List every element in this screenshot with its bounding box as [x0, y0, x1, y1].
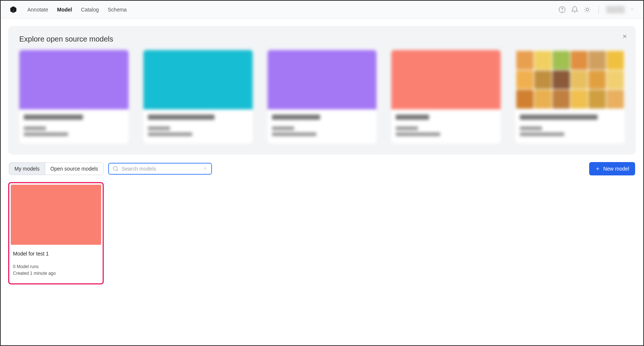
nav-links: Annotate Model Catalog Schema — [27, 5, 127, 14]
nav-catalog[interactable]: Catalog — [81, 5, 99, 14]
user-name-blurred[interactable] — [606, 6, 625, 13]
model-card[interactable]: Model for test 1 0 Model runs Created 1 … — [8, 182, 104, 284]
explore-title: Explore open source models — [19, 35, 625, 43]
explore-close-button[interactable] — [621, 33, 628, 40]
explore-card[interactable] — [391, 50, 501, 144]
toolbar: My models Open source models — [8, 162, 636, 175]
tab-my-models[interactable]: My models — [9, 163, 45, 175]
tab-group: My models Open source models — [9, 162, 104, 175]
theme-icon[interactable] — [584, 6, 591, 13]
nav-model[interactable]: Model — [57, 5, 72, 14]
help-icon[interactable] — [558, 6, 566, 13]
user-menu-chevron[interactable] — [630, 6, 634, 13]
nav-annotate[interactable]: Annotate — [27, 5, 48, 14]
nav-schema[interactable]: Schema — [108, 5, 127, 14]
explore-banner: Explore open source models — [8, 26, 636, 155]
bell-icon[interactable] — [571, 6, 578, 13]
model-card-thumbnail — [11, 185, 101, 245]
nav-divider — [598, 5, 599, 14]
model-card-title: Model for test 1 — [13, 251, 99, 257]
new-model-label: New model — [603, 166, 629, 172]
model-card-runs: 0 Model runs — [13, 263, 99, 270]
search-clear-icon[interactable] — [203, 166, 208, 172]
main-content: Explore open source models — [1, 19, 643, 292]
models-grid: Model for test 1 0 Model runs Created 1 … — [8, 182, 636, 284]
close-icon — [622, 33, 628, 39]
search-input[interactable] — [122, 166, 203, 172]
cube-logo-icon — [10, 6, 17, 13]
plus-icon — [595, 166, 600, 171]
search-icon — [113, 166, 119, 172]
toolbar-left: My models Open source models — [9, 162, 212, 175]
new-model-button[interactable]: New model — [589, 162, 635, 175]
svg-point-3 — [113, 167, 117, 171]
explore-card[interactable] — [268, 50, 377, 144]
explore-cards — [19, 50, 625, 144]
svg-point-1 — [562, 11, 562, 11]
explore-card[interactable] — [515, 50, 625, 144]
logo[interactable] — [10, 6, 17, 13]
nav-right — [558, 5, 634, 14]
svg-point-2 — [586, 8, 589, 11]
explore-card[interactable] — [19, 50, 129, 144]
top-nav: Annotate Model Catalog Schema — [1, 1, 643, 19]
nav-left: Annotate Model Catalog Schema — [10, 5, 127, 14]
model-card-created: Created 1 minute ago — [13, 270, 99, 277]
explore-card[interactable] — [143, 50, 253, 144]
search-box[interactable] — [108, 163, 212, 175]
tab-open-source[interactable]: Open source models — [45, 163, 103, 175]
